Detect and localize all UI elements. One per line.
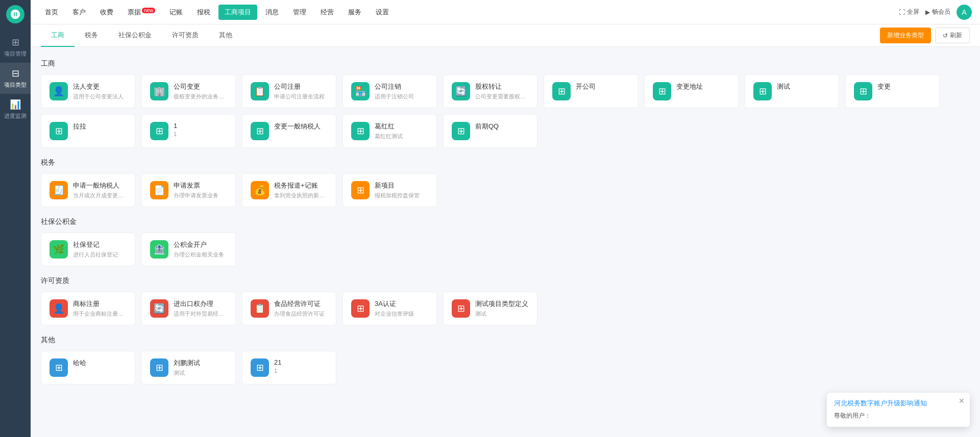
card-icon: ⊞	[50, 122, 68, 140]
card-name: 进出口权办理	[174, 299, 227, 309]
nav-management[interactable]: 管理	[287, 5, 312, 20]
project-mgmt-icon: ⊞	[12, 37, 19, 48]
card-icon: 🏪	[351, 82, 370, 100]
member-icon: ▶	[925, 9, 930, 16]
sidebar-logo[interactable]	[6, 5, 24, 23]
cards-grid-social: 🌿 社保登记 进行人员社保登记 🏦 公积金开户 办理公积金相关业务	[41, 233, 970, 266]
card-name: 21	[274, 358, 328, 366]
card-name: 法人变更	[73, 82, 127, 91]
card-change-general-taxpayer[interactable]: ⊞ 变更一般纳税人	[242, 114, 336, 148]
nav-settings[interactable]: 设置	[370, 5, 395, 20]
card-name: 股权转让	[475, 82, 529, 91]
card-one[interactable]: ⊞ 1 1	[141, 114, 236, 148]
card-name: 开公司	[576, 82, 629, 91]
card-name: 公积金开户	[174, 240, 227, 249]
card-apply-general-taxpayer[interactable]: 🧾 申请一般纳税人 当月或次月成变更完成	[41, 173, 135, 207]
card-equity-transfer[interactable]: 🔄 股权转让 公司变更需要股权转让	[443, 74, 537, 108]
main-wrapper: 首页 客户 收费 票据new 记账 报税 工商项目 消息 管理 经营 服务 设置…	[31, 0, 980, 437]
card-legal-change[interactable]: 👤 法人变更 适用于公司变更法人	[41, 74, 135, 108]
nav-accounting[interactable]: 记账	[163, 5, 189, 20]
card-company-cancel[interactable]: 🏪 公司注销 适用于注销公司	[342, 74, 437, 108]
tab-social[interactable]: 社保公积金	[108, 24, 162, 47]
card-desc: 1	[174, 131, 227, 137]
sidebar-item-label: 项目类型	[4, 81, 27, 89]
sidebar-item-project-type[interactable]: ⊟ 项目类型	[0, 63, 31, 94]
add-biz-type-btn[interactable]: 新增业务类型	[880, 28, 931, 43]
sidebar-item-label: 项目管理	[4, 50, 27, 58]
card-new-project[interactable]: ⊞ 新项目 报税加税控盘保管	[342, 173, 437, 207]
card-icon: ⊞	[552, 82, 571, 100]
card-icon: 👤	[50, 299, 68, 318]
card-icon: ⊞	[351, 299, 370, 318]
fullscreen-icon: ⛶	[899, 9, 905, 16]
card-haha[interactable]: ⊞ 哈哈	[41, 351, 135, 384]
card-open-company[interactable]: ⊞ 开公司	[544, 74, 638, 108]
card-twenty-one[interactable]: ⊞ 21 1	[242, 351, 336, 384]
card-icon: ⊞	[150, 358, 168, 377]
card-name: 3A认证	[375, 299, 428, 309]
card-name: 测试	[777, 82, 830, 91]
card-import-export[interactable]: 🔄 进出口权办理 适用于对外贸易经营者	[141, 292, 236, 325]
card-liu-peng-test[interactable]: ⊞ 刘鹏测试 测试	[141, 351, 236, 384]
nav-service[interactable]: 服务	[342, 5, 368, 20]
fullscreen-btn[interactable]: ⛶ 全屏	[899, 8, 919, 16]
tabs-left: 工商 税务 社保公积金 许可资质 其他	[41, 24, 242, 46]
card-trademark[interactable]: 👤 商标注册 用于企业商标注册服务	[41, 292, 135, 325]
cards-grid-bizreg: 👤 法人变更 适用于公司变更法人 🏢 公司变更 股权变更外的业务变更	[41, 74, 970, 148]
card-icon: 📋	[251, 299, 269, 318]
nav-billing[interactable]: 收费	[94, 5, 119, 20]
card-tax-report-accounting[interactable]: 💰 税务报道+记账 拿到营业执照的新公司	[242, 173, 336, 207]
card-company-change[interactable]: 🏢 公司变更 股权变更外的业务变更	[141, 74, 236, 108]
card-icon: 💰	[251, 181, 269, 199]
card-lala[interactable]: ⊞ 拉拉	[41, 114, 135, 148]
tab-other[interactable]: 其他	[209, 24, 242, 47]
card-company-register[interactable]: 📋 公司注册 申请公司注册全流程	[242, 74, 336, 108]
notification-close-btn[interactable]: ✕	[959, 397, 965, 405]
nav-tax[interactable]: 报税	[191, 5, 216, 20]
card-test-type-def[interactable]: ⊞ 测试项目类型定义 测试	[443, 292, 537, 325]
card-desc: 测试	[475, 310, 529, 318]
card-icon: ⊞	[251, 358, 269, 377]
avatar[interactable]: A	[957, 5, 972, 20]
card-name: 新项目	[375, 181, 428, 190]
card-food-permit[interactable]: 📋 食品经营许可证 办理食品经营许可证	[242, 292, 336, 325]
card-desc: 当月或次月成变更完成	[73, 192, 127, 199]
nav-message[interactable]: 消息	[259, 5, 285, 20]
refresh-btn[interactable]: ↺ 刷新	[935, 28, 970, 43]
sidebar-item-project-mgmt[interactable]: ⊞ 项目管理	[0, 32, 31, 63]
project-type-icon: ⊟	[12, 68, 19, 79]
card-name: 1	[174, 122, 227, 130]
card-social-register[interactable]: 🌿 社保登记 进行人员社保登记	[41, 233, 135, 266]
member-btn[interactable]: ▶ 畅会员	[925, 8, 950, 16]
card-desc: 报税加税控盘保管	[375, 192, 428, 199]
nav-operation[interactable]: 经营	[314, 5, 340, 20]
nav-invoice[interactable]: 票据new	[121, 5, 161, 20]
nav-bizproject[interactable]: 工商项目	[218, 5, 257, 20]
card-name: 申请发票	[174, 181, 227, 190]
card-guhonghong[interactable]: ⊞ 葛红红 葛红红测试	[342, 114, 437, 148]
card-apply-invoice[interactable]: 📄 申请发票 办理申请发票业务	[141, 173, 236, 207]
card-icon: ⊞	[653, 82, 671, 100]
card-test[interactable]: ⊞ 测试	[745, 74, 839, 108]
card-icon: 🔄	[150, 299, 168, 318]
section-title-social: 社保公积金	[41, 217, 970, 226]
card-change[interactable]: ⊞ 变更	[845, 74, 940, 108]
nav-customer[interactable]: 客户	[66, 5, 92, 20]
card-change-address[interactable]: ⊞ 变更地址	[644, 74, 739, 108]
card-name: 税务报道+记账	[274, 181, 328, 190]
tab-permit[interactable]: 许可资质	[162, 24, 209, 47]
notification-title: 河北税务数字账户升级影响通知	[834, 399, 963, 408]
card-provident-fund[interactable]: 🏦 公积金开户 办理公积金相关业务	[141, 233, 236, 266]
tab-tax[interactable]: 税务	[75, 24, 108, 47]
sidebar-item-label: 进度监测	[4, 112, 27, 120]
tab-bizreg[interactable]: 工商	[41, 24, 75, 47]
topnav-right: ⛶ 全屏 ▶ 畅会员 A	[899, 5, 972, 20]
card-3a-cert[interactable]: ⊞ 3A认证 对企业信誉评级	[342, 292, 437, 325]
sidebar-item-progress-monitor[interactable]: 📊 进度监测	[0, 94, 31, 125]
cards-grid-permit: 👤 商标注册 用于企业商标注册服务 🔄 进出口权办理 适用于对外贸易经营者	[41, 292, 970, 325]
card-desc: 申请公司注册全流程	[274, 93, 328, 100]
card-previous-qq[interactable]: ⊞ 前期QQ	[443, 114, 537, 148]
card-name: 公司注销	[375, 82, 428, 91]
card-desc: 1	[274, 368, 328, 374]
nav-home[interactable]: 首页	[39, 5, 64, 20]
